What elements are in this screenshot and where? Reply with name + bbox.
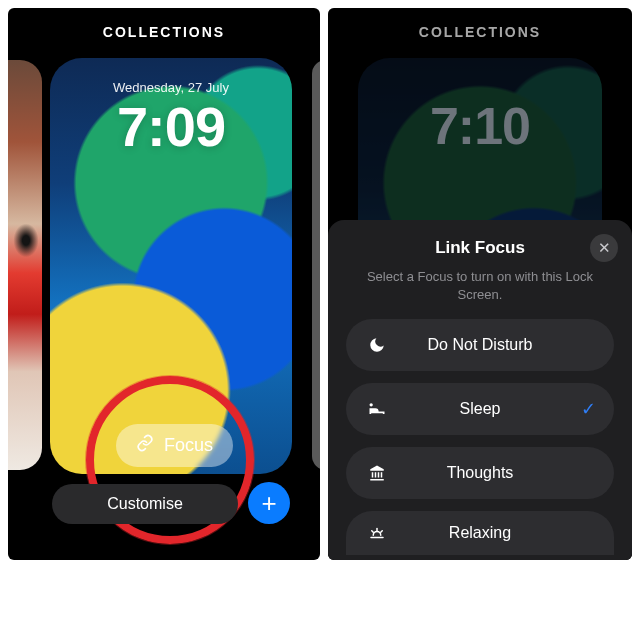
focus-link-button[interactable]: Focus [116,424,233,467]
sunset-icon [364,524,390,542]
focus-option-do-not-disturb[interactable]: Do Not Disturb [346,319,614,371]
focus-option-thoughts[interactable]: Thoughts [346,447,614,499]
focus-option-label: Sleep [390,400,596,418]
customise-button[interactable]: Customise [52,484,238,524]
adjacent-wallpaper-right[interactable] [312,60,320,470]
sheet-title: Link Focus [346,238,614,258]
bed-icon [364,399,390,419]
focus-option-sleep[interactable]: Sleep ✓ [346,383,614,435]
plus-icon: + [261,488,276,519]
focus-option-label: Relaxing [390,524,596,542]
add-wallpaper-button[interactable]: + [248,482,290,524]
lockscreen-wallpaper-card[interactable]: Wednesday, 27 July 7:09 [50,58,292,474]
link-focus-sheet-screen: COLLECTIONS 7:10 ✕ Link Focus Select a F… [328,8,632,560]
focus-link-label: Focus [164,435,213,456]
close-icon: ✕ [598,239,611,257]
focus-option-label: Thoughts [390,464,596,482]
customise-label: Customise [107,495,183,513]
focus-option-label: Do Not Disturb [390,336,596,354]
close-button[interactable]: ✕ [590,234,618,262]
adjacent-wallpaper-left[interactable] [8,60,42,470]
lockscreen-date: Wednesday, 27 July [50,80,292,95]
moon-icon [364,336,390,354]
gallery-section-title: COLLECTIONS [8,24,320,40]
building-icon [364,464,390,482]
focus-option-relaxing[interactable]: Relaxing [346,511,614,555]
lockscreen-gallery-screen: COLLECTIONS Wednesday, 27 July 7:09 Focu… [8,8,320,560]
link-icon [136,434,154,457]
checkmark-icon: ✓ [581,398,596,420]
sheet-subtitle: Select a Focus to turn on with this Lock… [365,268,595,303]
lockscreen-time: 7:09 [50,94,292,159]
link-focus-sheet: ✕ Link Focus Select a Focus to turn on w… [328,220,632,560]
